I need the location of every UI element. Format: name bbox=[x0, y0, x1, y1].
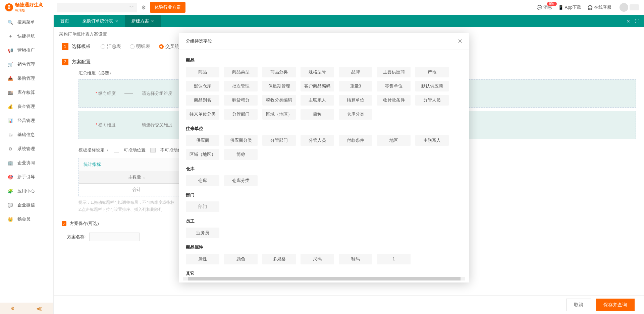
field-group-3: 部门部门 bbox=[186, 189, 463, 212]
field-item[interactable]: 往来单位分类 bbox=[186, 109, 219, 120]
field-item[interactable]: 结算单位 bbox=[339, 95, 372, 106]
field-item[interactable]: 仓库分类 bbox=[339, 109, 372, 120]
modal-title: 分组待选字段 bbox=[186, 38, 212, 44]
field-item[interactable]: 税收分类编码 bbox=[262, 95, 296, 106]
field-group-5: 商品属性属性颜色多规格尺码鞋码1 bbox=[186, 242, 463, 264]
field-item[interactable]: 分管人员 bbox=[415, 95, 449, 106]
field-item[interactable]: 主要供应商 bbox=[377, 67, 411, 77]
field-item[interactable]: 分管部门 bbox=[224, 109, 258, 120]
field-item[interactable]: 属性 bbox=[186, 254, 219, 264]
field-item[interactable]: 地区 bbox=[377, 135, 411, 146]
field-item[interactable]: 收付款条件 bbox=[377, 95, 411, 106]
field-item[interactable]: 商品别名 bbox=[186, 95, 219, 106]
field-group-6: 其它 bbox=[186, 268, 463, 277]
field-item[interactable]: 零售单位 bbox=[377, 81, 411, 91]
field-item[interactable]: 重量3 bbox=[339, 81, 372, 91]
field-item[interactable]: 品牌 bbox=[339, 67, 372, 77]
field-group-2: 仓库仓库仓库分类 bbox=[186, 163, 463, 186]
field-item[interactable]: 分管人员 bbox=[301, 135, 334, 146]
field-item[interactable]: 供应商分类 bbox=[224, 135, 258, 146]
field-item[interactable]: 商品类型 bbox=[224, 67, 258, 77]
field-group-title: 员工 bbox=[186, 215, 463, 228]
field-item[interactable]: 保质期管理 bbox=[262, 81, 296, 91]
field-group-1: 往来单位供应商供应商分类分管部门分管人员付款条件地区主联系人区域（地区）简称 bbox=[186, 123, 463, 160]
field-item[interactable]: 供应商 bbox=[186, 135, 219, 146]
field-item[interactable]: 主联系人 bbox=[301, 95, 334, 106]
field-item[interactable]: 客户商品编码 bbox=[301, 81, 334, 91]
horizontal-scrollbar[interactable] bbox=[183, 277, 465, 280]
field-item[interactable]: 区域（地区） bbox=[186, 149, 219, 160]
field-picker-modal: 分组待选字段 ✕ 商品商品商品类型商品分类规格型号品牌主要供应商产地默认仓库批次… bbox=[179, 33, 469, 282]
field-item[interactable]: 业务员 bbox=[186, 228, 219, 238]
close-icon[interactable]: ✕ bbox=[458, 38, 463, 45]
field-item[interactable]: 尺码 bbox=[301, 254, 334, 264]
modal-header: 分组待选字段 ✕ bbox=[179, 33, 469, 50]
field-group-0: 商品商品商品类型商品分类规格型号品牌主要供应商产地默认仓库批次管理保质期管理客户… bbox=[186, 55, 463, 120]
field-item[interactable]: 1 bbox=[377, 254, 411, 264]
field-item[interactable]: 默认仓库 bbox=[186, 81, 219, 91]
field-item[interactable]: 商品 bbox=[186, 67, 219, 77]
field-item[interactable]: 商品分类 bbox=[262, 67, 296, 77]
field-group-title: 商品属性 bbox=[186, 242, 463, 254]
field-item[interactable]: 产地 bbox=[415, 67, 449, 77]
field-item[interactable]: 颜色 bbox=[224, 254, 258, 264]
field-item[interactable]: 默认供应商 bbox=[415, 81, 449, 91]
field-item[interactable]: 鞋码 bbox=[339, 254, 372, 264]
field-item[interactable]: 批次管理 bbox=[224, 81, 258, 91]
field-group-title: 往来单位 bbox=[186, 123, 463, 135]
field-group-title: 其它 bbox=[186, 268, 463, 277]
field-item[interactable]: 付款条件 bbox=[339, 135, 372, 146]
field-group-title: 仓库 bbox=[186, 163, 463, 175]
field-group-4: 员工业务员 bbox=[186, 215, 463, 238]
field-item[interactable]: 部门 bbox=[186, 201, 219, 212]
field-group-title: 商品 bbox=[186, 55, 463, 67]
field-group-title: 部门 bbox=[186, 189, 463, 201]
field-item[interactable]: 简称 bbox=[224, 149, 258, 160]
field-item[interactable]: 分管部门 bbox=[262, 135, 296, 146]
field-item[interactable]: 多规格 bbox=[262, 254, 296, 264]
field-item[interactable]: 仓库 bbox=[186, 175, 219, 186]
field-item[interactable]: 简称 bbox=[301, 109, 334, 120]
field-item[interactable]: 主联系人 bbox=[415, 135, 449, 146]
field-item[interactable]: 赊货积分 bbox=[224, 95, 258, 106]
field-item[interactable]: 仓库分类 bbox=[224, 175, 258, 186]
field-item[interactable]: 区域（地区） bbox=[262, 109, 296, 120]
field-item[interactable]: 规格型号 bbox=[301, 67, 334, 77]
modal-body[interactable]: 商品商品商品类型商品分类规格型号品牌主要供应商产地默认仓库批次管理保质期管理客户… bbox=[179, 50, 469, 277]
